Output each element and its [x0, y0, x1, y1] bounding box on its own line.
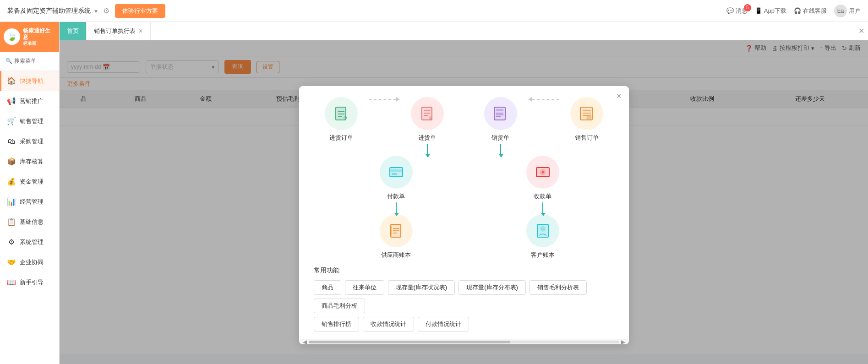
- message-badge: 5: [744, 4, 751, 11]
- supplier-account-node: 供应商账本: [369, 214, 424, 259]
- overlay: ×: [60, 40, 868, 364]
- flow-bottom-row: ¥ 付款单: [369, 156, 614, 214]
- down-arrow-payment: [400, 142, 455, 156]
- basic-icon: 📋: [7, 217, 16, 227]
- func-btn-payment-stats[interactable]: 付款情况统计: [418, 317, 469, 331]
- sidebar-item-label: 基础信息: [20, 218, 44, 226]
- purchase-order-circle[interactable]: [325, 97, 358, 130]
- logo-leaf-icon: 🍃: [7, 32, 17, 42]
- app-container: 装备及固定资产辅助管理系统 ▾ ⚙ 体验行业方案 💬 消息 5 📱 App下载 …: [0, 0, 868, 364]
- tabs-bar: 首页 销售订单执行表 ✕ ✕: [60, 22, 868, 40]
- search-btn[interactable]: 🔍 搜索菜单: [4, 55, 55, 67]
- search-label: 搜索菜单: [14, 57, 36, 65]
- sidebar-item-label: 快捷导航: [20, 77, 44, 85]
- tab-home-label: 首页: [67, 27, 79, 35]
- app-download-label: App下载: [764, 7, 786, 15]
- func-btn-sales-profit[interactable]: 销售毛利分析表: [530, 280, 587, 295]
- sidebar-item-inventory[interactable]: 📦 库存核算: [0, 152, 59, 172]
- finance-icon: 💰: [7, 177, 16, 186]
- tab-home[interactable]: 首页: [60, 22, 87, 40]
- func-btn-product[interactable]: 商品: [314, 280, 341, 295]
- scroll-right[interactable]: ▶: [619, 339, 627, 345]
- purchase-receipt-col: 进货单: [400, 97, 455, 156]
- func-buttons: 商品 往来单位 现存量(库存状况表) 现存量(库存分布表) 销售毛利分析表 商品…: [314, 280, 614, 313]
- sidebar-item-quick-nav[interactable]: 🏠 快捷导航: [0, 71, 59, 91]
- sales-order-flow-label: 销售订单: [575, 134, 599, 142]
- sidebar-item-label: 营销推广: [20, 97, 44, 105]
- logo-main: 畅康通好生意: [23, 27, 55, 41]
- message-btn[interactable]: 💬 消息 5: [726, 7, 748, 15]
- avatar-text: Ea: [837, 8, 844, 14]
- main-area: 🍃 畅康通好生意 标准版 🔍 搜索菜单 🏠 快捷导航: [0, 22, 868, 364]
- cooperation-icon: 🤝: [7, 258, 16, 267]
- settings-icon[interactable]: ⚙: [103, 6, 109, 15]
- sidebar-item-cooperation[interactable]: 🤝 企业协同: [0, 252, 59, 272]
- online-service-btn[interactable]: 🎧 在线客服: [794, 7, 827, 15]
- user-btn[interactable]: Ea 用户: [834, 5, 861, 17]
- experience-btn[interactable]: 体验行业方案: [115, 4, 165, 18]
- customer-account-node: 客户账本: [515, 214, 570, 259]
- modal-close-btn[interactable]: ×: [617, 92, 622, 101]
- sales-invoice-node: 销货单: [473, 97, 528, 142]
- sidebar-item-purchase[interactable]: 🛍 采购管理: [0, 131, 59, 152]
- purchase-receipt-circle[interactable]: [411, 97, 444, 130]
- purchase-order-node: 进货订单: [314, 97, 369, 142]
- payment-label: 付款单: [387, 192, 405, 201]
- func-btn-stock-status[interactable]: 现存量(库存状况表): [388, 280, 455, 295]
- scrollbar-thumb[interactable]: [309, 341, 511, 343]
- receipt-circle[interactable]: ¥: [526, 156, 559, 189]
- sales-invoice-col: 销货单: [473, 97, 528, 156]
- sidebar-item-basic[interactable]: 📋 基础信息: [0, 212, 59, 232]
- common-functions: 常用功能 商品 往来单位 现存量(库存状况表) 现存量(库存分布表) 销售毛利分…: [314, 266, 614, 331]
- tab-sales-order-label: 销售订单执行表: [94, 27, 136, 35]
- purchase-receipt-label: 进货单: [418, 134, 436, 142]
- sidebar-item-guide[interactable]: 📖 新手引导: [0, 272, 59, 293]
- purchase-receipt-node: 进货单: [400, 97, 455, 142]
- app-download-btn[interactable]: 📱 App下载: [755, 7, 786, 15]
- sidebar-item-finance[interactable]: 💰 资金管理: [0, 172, 59, 192]
- sidebar-item-label: 经营管理: [20, 198, 44, 206]
- guide-content: 进货订单: [299, 86, 629, 339]
- h-arrow-2: [528, 97, 559, 114]
- supplier-account-circle[interactable]: [380, 214, 413, 247]
- download-icon: 📱: [755, 7, 762, 14]
- quick-nav-icon: 🏠: [7, 76, 16, 86]
- sidebar-search[interactable]: 🔍 搜索菜单: [0, 52, 59, 71]
- sidebar-logo: 🍃 畅康通好生意 标准版: [0, 22, 59, 52]
- svg-rect-24: [390, 169, 403, 172]
- scrollbar-track[interactable]: [309, 341, 619, 343]
- sidebar-item-label: 系统管理: [20, 238, 44, 246]
- system-icon: ⚙: [7, 238, 16, 247]
- tab-close-icon[interactable]: ✕: [138, 28, 143, 34]
- window-close-btn[interactable]: ✕: [855, 27, 868, 35]
- purchase-col: 进货订单: [314, 97, 369, 153]
- sales-icon: 🛒: [7, 117, 16, 126]
- func-btn-product-profit[interactable]: 商品毛利分析: [314, 299, 365, 313]
- sales-invoice-circle[interactable]: [484, 97, 517, 130]
- func-btn-receipt-stats[interactable]: 收款情况统计: [363, 317, 414, 331]
- system-title-text: 装备及固定资产辅助管理系统: [7, 7, 91, 15]
- sidebar-item-label: 企业协同: [20, 258, 44, 266]
- scroll-left[interactable]: ◀: [301, 339, 309, 345]
- sidebar-item-system[interactable]: ⚙ 系统管理: [0, 232, 59, 252]
- system-title-arrow: ▾: [94, 7, 98, 15]
- sidebar-item-operation[interactable]: 📊 经营管理: [0, 192, 59, 212]
- sidebar-item-sales[interactable]: 🛒 销售管理: [0, 111, 59, 131]
- receipt-node: ¥ 收款单: [515, 156, 570, 201]
- service-label: 在线客服: [803, 7, 827, 15]
- func-btn-sales-rank[interactable]: 销售排行榜: [314, 317, 359, 331]
- customer-account-circle[interactable]: [526, 214, 559, 247]
- marketing-icon: 📢: [7, 97, 16, 106]
- func-buttons-2: 销售排行榜 收款情况统计 付款情况统计: [314, 317, 614, 331]
- sidebar-item-marketing[interactable]: 📢 营销推广: [0, 91, 59, 111]
- sidebar-item-label: 资金管理: [20, 178, 44, 186]
- sales-order-circle[interactable]: [570, 97, 603, 130]
- logo-icon: 🍃: [4, 28, 20, 45]
- tab-sales-order[interactable]: 销售订单执行表 ✕: [87, 22, 151, 40]
- purchase-down-arrow: [314, 142, 369, 153]
- func-btn-partner[interactable]: 往来单位: [345, 280, 384, 295]
- svg-rect-21: [587, 116, 591, 120]
- payment-node: ¥ 付款单: [369, 156, 424, 201]
- payment-circle[interactable]: ¥: [380, 156, 413, 189]
- func-btn-stock-dist[interactable]: 现存量(库存分布表): [459, 280, 526, 295]
